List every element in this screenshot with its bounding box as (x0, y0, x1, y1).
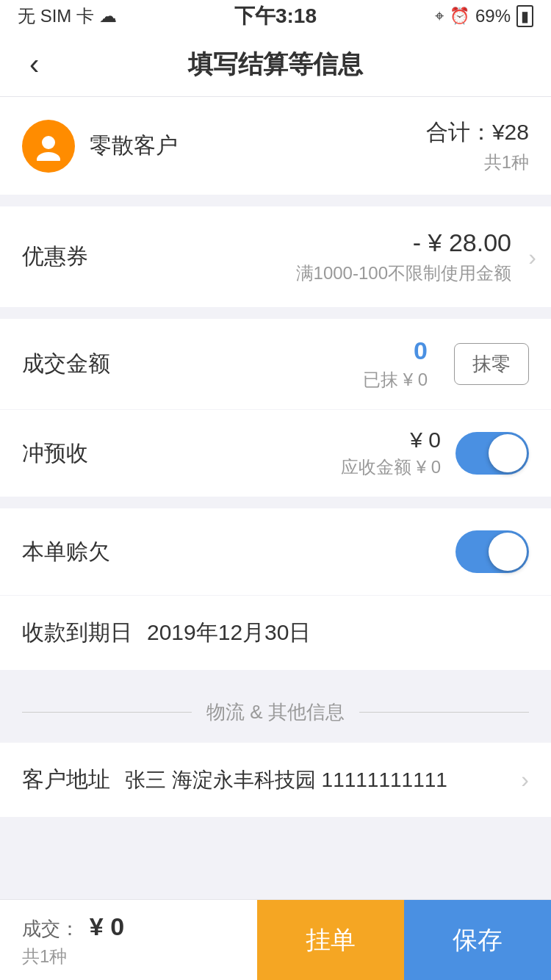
address-chevron-icon: › (521, 766, 529, 793)
battery-label: 69% (475, 6, 511, 26)
transaction-card: 成交金额 0 已抹 ¥ 0 抹零 冲预收 ¥ 0 应收金额 ¥ 0 (0, 319, 551, 497)
round-zero-button[interactable]: 抹零 (454, 343, 529, 385)
coupon-row[interactable]: 优惠券 - ¥ 28.00 满1000-100不限制使用金额 › (0, 206, 551, 307)
back-button[interactable]: ‹ (22, 40, 46, 88)
bottom-deal-amount: ¥ 0 (90, 912, 124, 941)
coupon-desc: 满1000-100不限制使用金额 (296, 262, 511, 285)
location-icon: ⌖ (435, 7, 444, 26)
logistics-line-right (359, 712, 529, 713)
status-right: ⌖ ⏰ 69% ▮ (435, 5, 533, 27)
prepay-right: ¥ 0 应收金额 ¥ 0 (341, 428, 441, 479)
logistics-header: 物流 & 其他信息 (0, 682, 551, 743)
coupon-label: 优惠券 (22, 242, 88, 272)
prepay-label: 冲预收 (22, 439, 88, 469)
status-bar: 无 SIM 卡 ☁ 下午3:18 ⌖ ⏰ 69% ▮ (0, 0, 551, 32)
transaction-label: 成交金额 (22, 349, 140, 379)
hang-order-button[interactable]: 挂单 (257, 900, 404, 981)
address-label: 客户地址 (22, 765, 110, 795)
prepay-sub: 应收金额 ¥ 0 (341, 455, 441, 479)
page-title: 填写结算等信息 (188, 48, 363, 82)
address-row[interactable]: 客户地址 张三 海淀永丰科技园 11111111111 › (0, 743, 551, 817)
bottom-left: 成交： ¥ 0 共1种 (0, 912, 257, 968)
logistics-label: 物流 & 其他信息 (192, 699, 359, 725)
bottom-bar: 成交： ¥ 0 共1种 挂单 保存 (0, 899, 551, 980)
bottom-deal-label: 成交： (22, 918, 79, 940)
due-date-label: 收款到期日 (22, 618, 132, 648)
svg-point-1 (37, 152, 60, 161)
coupon-card[interactable]: 优惠券 - ¥ 28.00 满1000-100不限制使用金额 › (0, 206, 551, 307)
avatar-icon (34, 131, 63, 161)
nav-bar: ‹ 填写结算等信息 (0, 32, 551, 97)
debt-toggle-knob (489, 533, 527, 571)
status-left: 无 SIM 卡 ☁ (18, 4, 117, 28)
total-amount: 合计：¥28 (426, 118, 529, 148)
transaction-value-area: 0 已抹 ¥ 0 (363, 336, 428, 392)
debt-label: 本单赊欠 (22, 537, 110, 567)
logistics-line-left (22, 712, 192, 713)
debt-row: 本单赊欠 (0, 508, 551, 596)
transaction-row: 成交金额 0 已抹 ¥ 0 抹零 (0, 319, 551, 410)
customer-total: 合计：¥28 共1种 (426, 118, 529, 174)
svg-point-0 (42, 136, 55, 149)
coupon-amount: - ¥ 28.00 (296, 228, 511, 257)
alarm-icon: ⏰ (450, 7, 469, 26)
coupon-right: - ¥ 28.00 满1000-100不限制使用金额 (296, 228, 529, 285)
total-count: 共1种 (426, 151, 529, 174)
address-card[interactable]: 客户地址 张三 海淀永丰科技园 11111111111 › (0, 743, 551, 817)
due-date-row: 收款到期日 2019年12月30日 (0, 596, 551, 670)
customer-avatar (22, 120, 75, 173)
chevron-right-icon: › (528, 243, 536, 270)
bottom-deal-count: 共1种 (22, 945, 235, 968)
no-sim-label: 无 SIM 卡 ☁ (18, 4, 117, 28)
main-content: 零散客户 合计：¥28 共1种 优惠券 - ¥ 28.00 满1000-100不… (0, 97, 551, 980)
debt-toggle[interactable] (455, 530, 529, 573)
customer-row: 零散客户 合计：¥28 共1种 (0, 97, 551, 195)
battery-icon: ▮ (516, 5, 533, 27)
customer-name: 零散客户 (90, 131, 178, 161)
bottom-deal-row: 成交： ¥ 0 (22, 912, 235, 942)
address-value: 张三 海淀永丰科技园 11111111111 (125, 766, 521, 794)
prepay-amount: ¥ 0 (341, 428, 441, 453)
prepay-row: 冲预收 ¥ 0 应收金额 ¥ 0 (0, 410, 551, 497)
customer-card: 零散客户 合计：¥28 共1种 (0, 97, 551, 195)
transaction-sub: 已抹 ¥ 0 (363, 368, 428, 392)
debt-card: 本单赊欠 收款到期日 2019年12月30日 (0, 508, 551, 670)
due-date-value: 2019年12月30日 (147, 618, 311, 648)
toggle-knob (489, 434, 527, 472)
prepay-toggle[interactable] (455, 432, 529, 475)
transaction-value[interactable]: 0 (414, 336, 428, 364)
status-time: 下午3:18 (234, 4, 317, 27)
save-button[interactable]: 保存 (404, 900, 551, 981)
